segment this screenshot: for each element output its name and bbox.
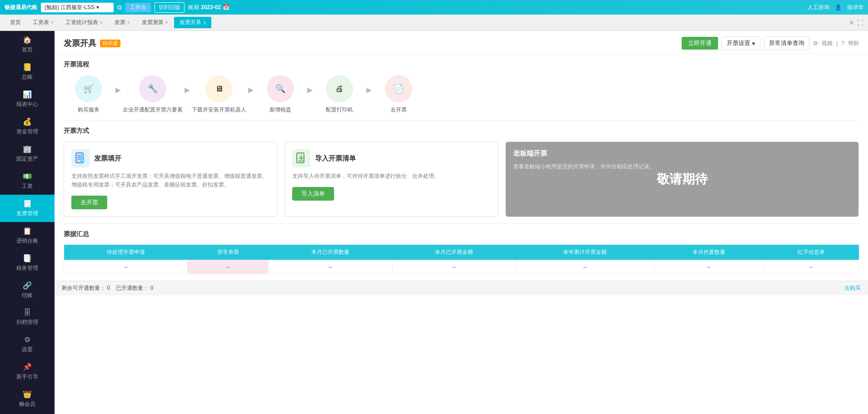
sidebar-item-archive[interactable]: 🗄 归档管理 — [0, 304, 55, 331]
invoice-open-tab-close[interactable]: × — [203, 20, 206, 25]
sidebar-item-reports[interactable]: 📊 报表中心 — [0, 86, 55, 113]
arrow-1: ▶ — [114, 86, 123, 94]
step-buy-service[interactable]: 🛒 购买服务 — [64, 75, 114, 114]
arrow-3: ▶ — [246, 86, 255, 94]
sidebar-item-vip[interactable]: 👑 畅会员 — [0, 385, 55, 413]
sidebar-label-vip: 畅会员 — [19, 400, 35, 408]
salary-report-tab-close[interactable]: × — [100, 20, 103, 25]
fill-card-desc: 支持按照发票样式手工填开发票；可开具增值税电子普通发票、增值税普通发票、增值税专… — [71, 172, 269, 189]
step-open-label: 去开票 — [390, 106, 407, 114]
summary-data-row: -- -- -- -- -- -- -- — [64, 260, 859, 274]
step-download-icon: 🖥 — [205, 75, 233, 102]
vip-icon: 👑 — [23, 390, 32, 399]
sidebar-item-fund[interactable]: 💰 资金管理 — [0, 113, 55, 140]
card-import-invoice: 导入开票清单 支持导入待开票清单，可对待开票清单进行拆分、合并处理。 导入清单 — [284, 141, 498, 217]
close-window-btn[interactable]: ✕ — [849, 19, 854, 26]
opened-value: 0 — [150, 285, 154, 291]
remaining-value: 0 — [107, 285, 110, 291]
page-title: 发票开具 — [64, 38, 96, 49]
col-red-info: 红字信息单 — [763, 245, 859, 260]
sidebar-item-ledger[interactable]: 📒 总账 — [0, 58, 55, 86]
sidebar-item-invoice-mgmt[interactable]: 🧾 发票管理 — [0, 195, 55, 222]
tab-salary[interactable]: 工资表 × — [27, 17, 59, 28]
tab-invoice[interactable]: 发票 × — [109, 17, 135, 28]
settings-circle-icon[interactable]: ⚙ — [813, 40, 818, 46]
arrow-5: ▶ — [364, 86, 374, 94]
invoice-mgmt-icon: 🧾 — [23, 199, 32, 208]
step-add-taxbox[interactable]: 🔍 新增税盘 — [255, 75, 305, 114]
sidebar-item-assets[interactable]: 🏢 固定资产 — [0, 140, 55, 167]
summary-table: 待处理开票申请 异常单票 本月已开票数量 本月已开票金额 本年累计开票金额 本月… — [64, 245, 859, 274]
sidebar-label-salary: 工资 — [22, 182, 33, 190]
sidebar-label-reports: 报表中心 — [16, 101, 38, 108]
summary-section-title: 票据汇总 — [64, 230, 859, 238]
company-selector[interactable]: (勉励) 江西服室-LSS ▾ — [41, 3, 114, 12]
main-layout: 🏠 首页 📒 总账 📊 报表中心 💰 资金管理 🏢 固定资产 💵 工资 🧾 发票… — [0, 31, 868, 414]
arrow-4: ▶ — [305, 86, 314, 94]
col-monthly-void: 本月作废数量 — [654, 245, 763, 260]
open-now-button[interactable]: 立即开通 — [682, 37, 718, 50]
period-info: 账期 2023-02 📅 — [188, 4, 229, 11]
top-bar-right: 人工咨询 👤 徐泽华 — [808, 4, 863, 11]
user-avatar: 👤 — [835, 4, 842, 10]
tab-salary-report[interactable]: 工资统计报表 × — [60, 17, 108, 28]
salary-report-tab-label: 工资统计报表 — [65, 19, 98, 26]
copy-icon[interactable]: ⧉ — [117, 4, 122, 11]
salary-icon: 💵 — [23, 172, 32, 181]
import-list-button[interactable]: 导入清单 — [292, 187, 334, 201]
salary-tab-close[interactable]: × — [51, 20, 54, 25]
sidebar-label-invoice-mgmt: 发票管理 — [16, 210, 38, 217]
settings-icon: ⚙ — [24, 335, 30, 344]
page-header: 发票开具 待开通 立即开通 开票设置 ▾ 异常清单查询 ⚙ 视频 | ? 帮助 — [55, 31, 868, 54]
invoice-calc-tab-close[interactable]: × — [165, 20, 168, 25]
tab-invoice-open[interactable]: 发票开具 × — [174, 17, 211, 28]
boss-card-desc: 查看老板端小程序提交的开票申请，并作出相应处理记录。 — [513, 162, 851, 171]
old-version-button[interactable]: 切到旧版 — [155, 2, 185, 13]
step-open-invoice[interactable]: 📄 去开票 — [374, 75, 424, 114]
sidebar-item-reconcile[interactable]: 🔗 结账 — [0, 277, 55, 304]
sidebar-item-settings[interactable]: ⚙ 设置 — [0, 331, 55, 358]
buy-link[interactable]: 去购买 — [844, 284, 861, 292]
import-card-desc: 支持导入待开票清单，可对待开票清单进行拆分、合并处理。 — [292, 172, 490, 181]
boss-card-title: 老板端开票 — [513, 149, 851, 158]
step-buy-service-icon: 🛒 — [75, 75, 102, 102]
workbench-button[interactable]: 工作台 — [125, 3, 151, 12]
step-download-robot[interactable]: 🖥 下载并安装开票机器人 — [192, 75, 246, 114]
sidebar-item-guide[interactable]: 📌 新手引导 — [0, 358, 55, 385]
settings-dropdown-icon: ▾ — [752, 40, 755, 47]
expand-window-btn[interactable]: ⛶ — [857, 19, 863, 26]
tab-invoice-calc[interactable]: 发票测算 × — [136, 17, 174, 28]
method-section-title: 开票方式 — [64, 127, 859, 135]
cell-abnormal: -- — [188, 260, 269, 274]
help-circle-icon[interactable]: ? — [841, 40, 844, 46]
cell-monthly-void: -- — [654, 260, 763, 274]
sidebar-item-salary[interactable]: 💵 工资 — [0, 167, 55, 195]
fill-card-icon — [71, 149, 90, 167]
abnormal-query-button[interactable]: 异常清单查询 — [764, 36, 809, 50]
fill-card-title: 发票填开 — [94, 154, 121, 163]
opened-label: 已开通数量： — [116, 285, 149, 291]
card-fill-invoice: 发票填开 支持按照发票样式手工填开发票；可开具增值税电子普通发票、增值税普通发票… — [64, 141, 277, 217]
company-name: (勉励) 江西服室-LSS — [45, 4, 95, 11]
tab-home[interactable]: 首页 — [5, 17, 26, 28]
sidebar-label-tax: 税务管理 — [16, 264, 38, 272]
step-printer-icon: 🖨 — [326, 75, 353, 102]
support-btn[interactable]: 人工咨询 — [808, 4, 829, 11]
go-open-button[interactable]: 去开票 — [71, 196, 107, 209]
open-settings-button[interactable]: 开票设置 ▾ — [722, 36, 760, 50]
calendar-icon[interactable]: 📅 — [223, 4, 229, 10]
step-enterprise-setup[interactable]: 🔧 企业开通配置开票六要素 — [123, 75, 183, 114]
summary-section: 票据汇总 待处理开票申请 异常单票 本月已开票数量 本月已开票金额 本年累计开票… — [55, 224, 868, 281]
user-name: 徐泽华 — [847, 4, 863, 11]
sidebar-item-home[interactable]: 🏠 首页 — [0, 31, 55, 58]
col-monthly-qty: 本月已开票数量 — [269, 245, 392, 260]
sidebar-item-tax[interactable]: 📑 税务管理 — [0, 249, 55, 277]
svg-text:🔧: 🔧 — [148, 84, 158, 94]
invoice-tab-close[interactable]: × — [127, 20, 130, 25]
sidebar-label-purchase-sales: 进销台账 — [16, 237, 38, 245]
tax-icon: 📑 — [23, 254, 32, 263]
step-config-printer[interactable]: 🖨 配置打印机 — [314, 75, 364, 114]
reconcile-icon: 🔗 — [23, 281, 32, 290]
sidebar-item-purchase-sales[interactable]: 📋 进销台账 — [0, 222, 55, 249]
company-dropdown-icon[interactable]: ▾ — [96, 4, 99, 10]
